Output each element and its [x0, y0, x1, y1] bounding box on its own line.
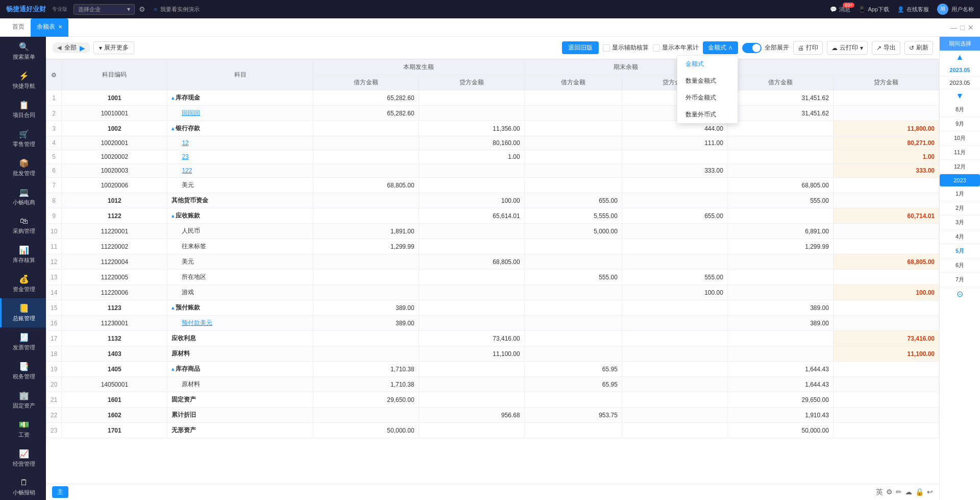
sidebar-item-purchase[interactable]: 🛍 采购管理: [0, 211, 46, 240]
cur-debit-cell: [524, 150, 622, 164]
account-name: 原材料: [167, 346, 313, 362]
cloud-print-arrow: ▾: [860, 44, 863, 52]
account-name: 美元: [167, 254, 313, 270]
account-name[interactable]: 回回回: [167, 106, 313, 121]
sidebar-item-expense[interactable]: 🗒 小畅报销: [0, 473, 46, 500]
account-name[interactable]: 预付款美元: [167, 316, 313, 331]
cur-debit-cell: 5,555.00: [524, 208, 622, 224]
tab-balance[interactable]: 余额表 ✕: [31, 18, 68, 37]
lang-icon[interactable]: 英: [876, 488, 883, 497]
lock-icon[interactable]: 🔒: [915, 488, 924, 497]
cur-credit-cell: 111.00: [622, 136, 727, 150]
table-row: 81012其他货币资金100.00655.00555.00: [46, 193, 939, 208]
sidebar-item-quicknav[interactable]: ⚡ 快捷导航: [0, 66, 46, 95]
refresh-label: 刷新: [916, 43, 928, 52]
tab-maximize-icon[interactable]: □: [961, 23, 965, 32]
right-panel-month-1[interactable]: 1月: [940, 187, 980, 201]
table-row: 4100200011280,160.00111.0080,271.00: [46, 136, 939, 150]
settings2-icon[interactable]: ⚙: [886, 488, 893, 497]
right-panel-month-6[interactable]: 6月: [940, 258, 980, 273]
export-btn[interactable]: ↗ 导出: [872, 41, 900, 55]
right-panel-month-10[interactable]: 10月: [940, 131, 980, 146]
forward-arrow[interactable]: ▶: [80, 44, 85, 52]
refresh-btn[interactable]: ↺ 刷新: [904, 41, 933, 55]
username: 用户名称: [951, 6, 974, 13]
table-row: 710020006美元68,805.0068,805.00: [46, 178, 939, 193]
sidebar-item-ecommerce[interactable]: 💻 小畅电商: [0, 182, 46, 211]
right-panel-month-2[interactable]: 2月: [940, 201, 980, 216]
sidebar-item-inventory[interactable]: 📊 库存核算: [0, 240, 46, 269]
show-auxiliary-check[interactable]: 显示辅助核算: [603, 43, 649, 52]
account-name[interactable]: 12: [167, 136, 313, 150]
right-panel-down-nav[interactable]: ▼: [940, 89, 980, 103]
message-btn[interactable]: 💬 消息 99+: [830, 6, 850, 13]
tab-close-all-icon[interactable]: ✕: [968, 23, 974, 32]
yearly-checkbox[interactable]: [653, 44, 660, 52]
sidebar-item-assets[interactable]: 🏢 固定资产: [0, 386, 46, 415]
right-panel-collapse[interactable]: ⊙: [940, 287, 980, 301]
online-service-btn[interactable]: 👤 在线客服: [897, 6, 929, 13]
show-yearly-check[interactable]: 显示本年累计: [653, 43, 699, 52]
right-panel-month-4[interactable]: 4月: [940, 230, 980, 244]
auxiliary-checkbox[interactable]: [603, 44, 610, 52]
right-panel-date-2[interactable]: 2023.05: [940, 77, 980, 89]
end-debit-cell: [727, 121, 833, 136]
expand-more-btn[interactable]: ▾ 展开更多: [93, 41, 134, 54]
user-avatar: 用: [937, 4, 948, 15]
company-dropdown[interactable]: 选择企业 ▾: [74, 4, 135, 15]
open-credit-cell: [419, 90, 524, 106]
cloud-print-btn[interactable]: ☁ 云打印 ▾: [827, 41, 868, 55]
sidebar-item-ledger[interactable]: 📒 总账管理: [0, 298, 46, 327]
main-btn[interactable]: 主: [52, 486, 68, 498]
sidebar-item-operations[interactable]: 📈 经营管理: [0, 444, 46, 473]
right-panel-month-5[interactable]: 5月: [940, 244, 980, 258]
open-debit-cell: [313, 408, 419, 423]
settings-icon[interactable]: ⚙: [139, 5, 145, 13]
return-old-btn[interactable]: 退回旧版: [562, 41, 599, 54]
end-debit-cell: 31,451.62: [727, 106, 833, 121]
toggle-switch[interactable]: [742, 43, 762, 53]
account-name[interactable]: 122: [167, 164, 313, 178]
tab-home[interactable]: 首页: [6, 18, 31, 37]
mode-option-forex-amount[interactable]: 外币金额式: [677, 89, 738, 106]
account-code: 1001: [62, 90, 167, 106]
right-panel-month-3[interactable]: 3月: [940, 216, 980, 230]
cloud2-icon[interactable]: ☁: [905, 488, 912, 497]
sidebar-item-wholesale[interactable]: 📦 批发管理: [0, 153, 46, 182]
right-panel-month-9[interactable]: 9月: [940, 117, 980, 131]
sidebar-item-invoice[interactable]: 🧾 发票管理: [0, 327, 46, 356]
account-name[interactable]: 23: [167, 150, 313, 164]
sidebar-item-tax[interactable]: 📑 税务管理: [0, 356, 46, 386]
sidebar-item-projects[interactable]: 📋 项目合同: [0, 95, 46, 124]
user-info[interactable]: 用 用户名称: [937, 4, 974, 15]
sidebar-item-assets-label: 固定资产: [5, 402, 43, 410]
tab-minimize-icon[interactable]: —: [950, 23, 958, 32]
open-credit-cell: 73,416.00: [419, 331, 524, 346]
back-arrow[interactable]: ◀: [57, 44, 61, 51]
account-code: 14050001: [62, 377, 167, 392]
back-icon[interactable]: ↩: [927, 488, 933, 497]
table-settings-icon[interactable]: ⚙: [51, 72, 57, 79]
mode-dropdown-btn[interactable]: 金额式 ∧: [703, 41, 738, 54]
sidebar-item-search[interactable]: 🔍 搜索菜单: [0, 37, 46, 66]
mode-option-qty-amount[interactable]: 数量金额式: [677, 73, 738, 89]
right-panel-month-12[interactable]: 12月: [940, 160, 980, 174]
right-panel-month-8[interactable]: 8月: [940, 103, 980, 117]
right-panel-up-nav[interactable]: ▲: [940, 51, 980, 64]
sidebar-item-funds[interactable]: 💰 资金管理: [0, 269, 46, 298]
table-row: 91122▴ 应收账款65,614.015,555.00655.0060,714…: [46, 208, 939, 224]
app-download-btn[interactable]: 📱 App下载: [859, 6, 889, 13]
sidebar-item-retail[interactable]: 🛒 零售管理: [0, 124, 46, 153]
mode-option-amount[interactable]: 金额式: [677, 56, 738, 73]
right-panel-month-7[interactable]: 7月: [940, 273, 980, 287]
open-debit-cell: [313, 331, 419, 346]
mode-option-qty-forex[interactable]: 数量外币式: [677, 106, 738, 123]
demo-link[interactable]: ○ 我要看实例演示: [154, 6, 200, 13]
right-panel-month-11[interactable]: 11月: [940, 146, 980, 160]
right-panel-date-1[interactable]: 2023.05: [940, 64, 980, 77]
tab-close-icon[interactable]: ✕: [58, 24, 62, 30]
print-btn[interactable]: 🖨 打印: [793, 41, 823, 55]
right-panel-year-2023[interactable]: 2023: [940, 174, 980, 187]
edit-icon[interactable]: ✏: [896, 488, 902, 497]
sidebar-item-payroll[interactable]: 💵 工资: [0, 415, 46, 444]
